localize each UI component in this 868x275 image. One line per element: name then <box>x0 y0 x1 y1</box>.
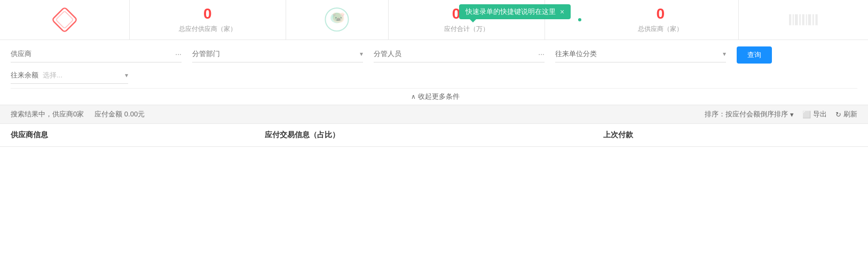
col-transaction-header: 应付交易信息（占比） <box>265 130 603 140</box>
manager-input[interactable] <box>406 50 538 58</box>
collapse-label: 收起更多条件 <box>418 92 460 101</box>
balance-placeholder: 选择... <box>43 70 125 80</box>
filters-section: 供应商 ··· 分管部门 ▾ 分管人员 ··· 往来单位分类 ▾ 查询 往来余额 <box>0 40 868 105</box>
col-supplier-header: 供应商信息 <box>11 130 265 140</box>
supplier-label: 供应商 <box>11 49 31 59</box>
query-button[interactable]: 查询 <box>737 46 772 64</box>
svg-rect-10 <box>802 14 804 26</box>
stats-bar: 0 总应付供应商（家） 🐷 0.00 应付合计（万） 快速录单的快捷键说明在这里… <box>0 0 868 40</box>
unit-category-arrow-icon: ▾ <box>723 50 726 58</box>
svg-rect-11 <box>806 14 807 26</box>
manager-dots[interactable]: ··· <box>538 50 545 58</box>
manager-filter[interactable]: 分管人员 ··· <box>374 48 545 62</box>
balance-arrow-icon: ▾ <box>125 72 128 79</box>
svg-rect-12 <box>808 14 811 26</box>
refresh-label: 刷新 <box>843 109 857 119</box>
svg-rect-13 <box>812 14 814 26</box>
barcode-icon <box>789 12 818 28</box>
sort-label: 排序：按应付会额倒序排序 <box>705 109 788 119</box>
unit-category-label: 往来单位分类 <box>555 49 597 59</box>
stat-total-label: 应付合计（万） <box>444 25 489 34</box>
results-bar: 搜索结果中，供应商0家 应付金额 0.00元 排序：按应付会额倒序排序 ▾ ⬜ … <box>0 105 868 124</box>
filter-row-2: 往来余额 选择... ▾ <box>11 69 857 84</box>
collapse-button[interactable]: ∧ 收起更多条件 <box>11 88 857 105</box>
results-suppliers: 搜索结果中，供应商0家 <box>11 109 84 119</box>
logo-section <box>0 0 130 40</box>
balance-label: 往来余额 <box>11 70 38 80</box>
tooltip-dot <box>577 17 582 22</box>
supplier-dots[interactable]: ··· <box>175 50 182 58</box>
results-summary: 搜索结果中，供应商0家 应付金额 0.00元 <box>11 109 145 119</box>
department-filter[interactable]: 分管部门 ▾ <box>192 48 363 62</box>
balance-filter[interactable]: 往来余额 选择... ▾ <box>11 69 128 84</box>
tooltip-text: 快速录单的快捷键说明在这里 <box>465 7 556 17</box>
table-header: 供应商信息 应付交易信息（占比） 上次付款 <box>0 124 868 147</box>
collapse-arrow-icon: ∧ <box>411 93 416 100</box>
empty-table-area <box>0 147 868 275</box>
department-label: 分管部门 <box>192 49 220 59</box>
svg-rect-14 <box>815 14 817 26</box>
filter-row-1: 供应商 ··· 分管部门 ▾ 分管人员 ··· 往来单位分类 ▾ 查询 <box>11 46 857 64</box>
unit-category-filter[interactable]: 往来单位分类 ▾ <box>555 48 726 62</box>
export-icon: ⬜ <box>802 111 811 119</box>
sort-arrow-icon: ▾ <box>790 111 794 119</box>
svg-text:🐷: 🐷 <box>332 11 345 23</box>
department-arrow-icon: ▾ <box>360 50 363 58</box>
export-button[interactable]: ⬜ 导出 <box>802 109 827 119</box>
svg-rect-7 <box>793 14 794 26</box>
sort-selector[interactable]: 排序：按应付会额倒序排序 ▾ <box>705 109 794 119</box>
stat-suppliers-label: 总供应商（家） <box>638 25 683 34</box>
results-amount: 应付金额 0.00元 <box>94 109 145 119</box>
export-label: 导出 <box>813 109 827 119</box>
piggy-icon: 🐷 <box>322 5 352 34</box>
stat-payable-value: 0 <box>203 6 212 22</box>
icon-section: 🐷 <box>286 0 389 40</box>
results-actions: 排序：按应付会额倒序排序 ▾ ⬜ 导出 ↻ 刷新 <box>705 109 857 119</box>
stat-total-suppliers: 0 总供应商（家） <box>582 0 739 40</box>
stat-payable-suppliers: 0 总应付供应商（家） <box>130 0 286 40</box>
svg-rect-8 <box>795 14 798 26</box>
svg-rect-0 <box>52 7 77 32</box>
refresh-button[interactable]: ↻ 刷新 <box>835 109 857 119</box>
tooltip-popup: 快速录单的快捷键说明在这里 × <box>459 4 571 19</box>
supplier-input[interactable] <box>36 50 175 58</box>
right-icon-section <box>739 0 868 40</box>
manager-label: 分管人员 <box>374 49 401 59</box>
supplier-filter[interactable]: 供应商 ··· <box>11 48 182 62</box>
svg-rect-9 <box>799 14 801 26</box>
stat-payable-label: 总应付供应商（家） <box>179 25 236 34</box>
svg-rect-6 <box>789 14 791 26</box>
stat-suppliers-value: 0 <box>656 6 665 22</box>
diamond-logo-icon <box>51 6 78 33</box>
refresh-icon: ↻ <box>835 111 841 119</box>
col-lastpay-header: 上次付款 <box>603 130 857 140</box>
tooltip-close-btn[interactable]: × <box>560 8 564 15</box>
